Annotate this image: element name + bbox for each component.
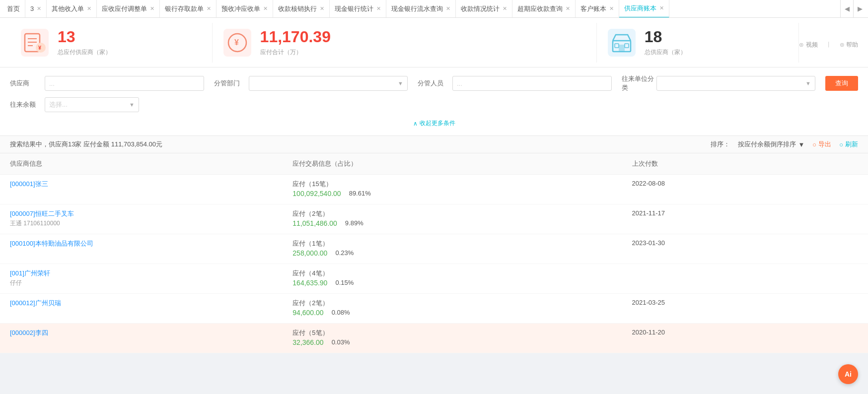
nav-tab-cash-stat[interactable]: 现金银行统计 ✕: [330, 0, 386, 18]
balance-placeholder: 选择...: [49, 100, 68, 109]
supplier-info: [000002]李四: [10, 328, 292, 337]
last-pay: 2020-11-20: [632, 328, 858, 336]
nav-tab-supplier-account[interactable]: 供应商账本 ✕: [619, 0, 669, 18]
close-icon[interactable]: ✕: [609, 5, 614, 12]
dept-select[interactable]: ▼: [249, 76, 408, 91]
nav-tab-home[interactable]: 首页: [2, 0, 25, 18]
close-icon[interactable]: ✕: [659, 5, 664, 11]
category-select[interactable]: ▼: [656, 76, 816, 91]
trans-amount[interactable]: 164,635.90: [292, 279, 327, 287]
nav-tab-adjustment[interactable]: 应收应付调整单 ✕: [97, 0, 160, 18]
refresh-button[interactable]: ○ 刷新: [839, 140, 858, 149]
close-icon[interactable]: ✕: [150, 5, 154, 12]
nav-tab-cash-flow-label: 现金银行流水查询: [391, 4, 443, 13]
trans-amount[interactable]: 32,366.00: [292, 338, 323, 346]
supplier-input[interactable]: ...: [45, 76, 204, 91]
trans-amount[interactable]: 94,600.00: [292, 309, 323, 317]
trans-percent: 0.23%: [335, 249, 354, 257]
nav-tab-3[interactable]: 3 ✕: [25, 0, 47, 18]
nav-tab-other-income-label: 其他收入单: [52, 4, 84, 13]
stat-card-total-suppliers: 18 总供应商（家）: [597, 23, 799, 63]
trans-amount[interactable]: 258,000.00: [292, 249, 327, 257]
trans-row: 100,092,540.00 89.61%: [292, 189, 632, 197]
nav-tab-bank[interactable]: 银行存取款单 ✕: [160, 0, 217, 18]
collapse-btn[interactable]: ∧ 收起更多条件: [10, 117, 858, 131]
sort-option[interactable]: 按应付余额倒序排序 ▼: [738, 140, 804, 149]
result-actions: 排序： 按应付余额倒序排序 ▼ ○ 导出 ○ 刷新: [711, 140, 858, 149]
nav-arrows: ◀ ▶: [840, 0, 866, 18]
filter-area: 供应商 ... 分管部门 ▼ 分管人员 ... 往来单位分类 ▼: [0, 67, 868, 136]
trans-percent: 0.03%: [332, 338, 350, 346]
transaction-info: 应付（4笔） 164,635.90 0.15%: [292, 269, 632, 287]
filter-row-1: 供应商 ... 分管部门 ▼ 分管人员 ... 往来单位分类 ▼: [10, 74, 858, 92]
total-suppliers-label: 总供应商（家）: [645, 48, 686, 57]
nav-tab-verify[interactable]: 收款核销执行 ✕: [273, 0, 330, 18]
nav-tab-customer-account[interactable]: 客户账本 ✕: [576, 0, 619, 18]
last-pay-date: 2021-03-25: [632, 299, 665, 306]
transaction-info: 应付（2笔） 94,600.00 0.08%: [292, 299, 632, 317]
close-icon[interactable]: ✕: [263, 5, 268, 12]
export-button[interactable]: ○ 导出: [812, 140, 831, 149]
person-label: 分管人员: [418, 79, 452, 88]
close-icon[interactable]: ✕: [87, 5, 91, 12]
supplier-link[interactable]: [001]广州荣轩: [10, 269, 50, 277]
table-row: [001]广州荣轩 仔仔 应付（4笔） 164,635.90 0.15%: [0, 264, 868, 294]
table-row: [000002]李四 应付（5笔） 32,366.00 0.03% 2020-1…: [0, 324, 868, 353]
chevron-down-icon: ▼: [805, 80, 811, 86]
svg-rect-10: [608, 29, 636, 57]
video-link[interactable]: ⊙ 视频: [799, 41, 817, 49]
nav-prev-arrow[interactable]: ◀: [840, 0, 853, 18]
table-row: [000100]本特勤油品有限公司 应付（1笔） 258,000.00 0.23…: [0, 234, 868, 264]
supplier-link[interactable]: [000012]广州贝瑞: [10, 299, 61, 307]
close-icon[interactable]: ✕: [566, 5, 570, 12]
supplier-link[interactable]: [000100]本特勤油品有限公司: [10, 240, 93, 247]
close-icon[interactable]: ✕: [446, 5, 450, 12]
nav-tab-overdue[interactable]: 超期应收款查询 ✕: [512, 0, 576, 18]
close-icon[interactable]: ✕: [37, 5, 41, 12]
stat-actions: ⊙ 视频 丨 ⊙ 帮助: [799, 36, 858, 49]
nav-tab-cash-flow[interactable]: 现金银行流水查询 ✕: [386, 0, 456, 18]
payable-suppliers-number: 13: [58, 28, 111, 46]
close-icon[interactable]: ✕: [207, 5, 211, 12]
payable-suppliers-icon: ¥: [20, 28, 50, 58]
nav-tab-customer-account-label: 客户账本: [580, 4, 606, 13]
table-row: [000001]张三 应付（15笔） 100,092,540.00 89.61%…: [0, 175, 868, 204]
stat-info-total-payable: 11,170.39 应付合计（万）: [260, 28, 331, 56]
close-icon[interactable]: ✕: [376, 5, 381, 12]
table-row: [000012]广州贝瑞 应付（2笔） 94,600.00 0.08% 2021…: [0, 294, 868, 324]
transaction-info: 应付（5笔） 32,366.00 0.03%: [292, 328, 632, 346]
balance-select[interactable]: 选择... ▼: [45, 97, 139, 112]
supplier-info: [000001]张三: [10, 180, 292, 189]
nav-tab-prepay[interactable]: 预收冲应收单 ✕: [217, 0, 273, 18]
trans-label: 应付（2笔）: [292, 299, 632, 308]
last-pay: 2023-01-30: [632, 239, 858, 247]
nav-tab-other-income[interactable]: 其他收入单 ✕: [47, 0, 97, 18]
nav-tab-supplier-account-label: 供应商账本: [624, 4, 656, 13]
person-input[interactable]: ...: [452, 76, 612, 91]
supplier-placeholder: ...: [49, 80, 55, 87]
chevron-down-icon: ▼: [129, 102, 135, 108]
nav-next-arrow[interactable]: ▶: [853, 0, 866, 18]
last-pay-date: 2022-08-08: [632, 180, 665, 187]
trans-amount[interactable]: 11,051,486.00: [292, 219, 337, 227]
supplier-link[interactable]: [000007]恒旺二手叉车: [10, 210, 74, 217]
supplier-info: [000100]本特勤油品有限公司: [10, 239, 292, 248]
last-pay-date: 2021-11-17: [632, 209, 665, 217]
search-button[interactable]: 查询: [825, 76, 858, 91]
trans-percent: 89.61%: [349, 190, 371, 197]
transaction-info: 应付（2笔） 11,051,486.00 9.89%: [292, 209, 632, 227]
close-icon[interactable]: ✕: [503, 5, 507, 12]
filter-row-2: 往来余额 选择... ▼: [10, 97, 858, 112]
refresh-label: 刷新: [845, 140, 858, 149]
help-link[interactable]: ⊙ 帮助: [840, 41, 858, 49]
col-header-supplier: 供应商信息: [10, 159, 292, 168]
supplier-link[interactable]: [000001]张三: [10, 180, 48, 188]
result-bar: 搜索结果中，供应商13家 应付金额 111,703,854.00元 排序： 按应…: [0, 136, 868, 153]
filter-balance: 往来余额 选择... ▼: [10, 97, 139, 112]
trans-amount[interactable]: 100,092,540.00: [292, 190, 341, 197]
supplier-link[interactable]: [000002]李四: [10, 329, 48, 336]
nav-tab-collection-stat[interactable]: 收款情况统计 ✕: [456, 0, 512, 18]
nav-tab-collection-stat-label: 收款情况统计: [461, 4, 500, 13]
trans-row: 11,051,486.00 9.89%: [292, 218, 632, 227]
close-icon[interactable]: ✕: [320, 5, 324, 12]
